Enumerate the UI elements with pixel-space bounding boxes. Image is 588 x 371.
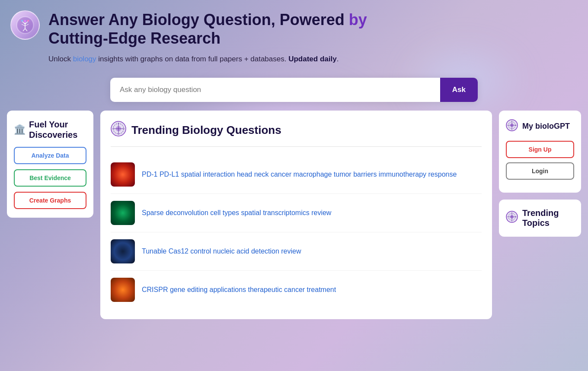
trending-topics-icon: [506, 211, 518, 225]
svg-point-9: [24, 20, 26, 22]
question-link[interactable]: CRISPR gene editing applications therape…: [142, 285, 336, 295]
question-thumbnail: [111, 201, 135, 225]
header-subtitle: Unlock biology insights with graphs on d…: [48, 54, 571, 65]
sidebar-header: 🏛️ Fuel Your Discoveries: [14, 119, 86, 140]
biology-link[interactable]: biology: [73, 55, 96, 63]
biologpt-icon: [506, 119, 518, 134]
question-thumbnail: [111, 239, 135, 263]
question-item[interactable]: Tunable Cas12 control nucleic acid detec…: [111, 232, 482, 271]
analyze-data-button[interactable]: Analyze Data: [14, 147, 86, 164]
updated-daily: Updated daily: [288, 55, 336, 63]
question-thumbnail: [111, 162, 135, 187]
question-link[interactable]: PD-1 PD-L1 spatial interaction head neck…: [142, 170, 457, 179]
center-panel: Trending Biology Questions PD-1 PD-L1 sp…: [100, 111, 492, 319]
my-biologpt-title: My bioloGPT: [522, 122, 570, 131]
header: Answer Any Biology Question, Powered byC…: [0, 0, 588, 73]
page-title: Answer Any Biology Question, Powered byC…: [48, 10, 571, 48]
signup-button[interactable]: Sign Up: [506, 141, 574, 158]
svg-point-11: [27, 20, 29, 22]
question-thumbnail: [111, 278, 135, 302]
my-biologpt-card: My bioloGPT Sign Up Login: [499, 111, 581, 193]
title-highlight: by: [349, 11, 367, 29]
sidebar-title: Fuel Your Discoveries: [29, 119, 86, 140]
create-graphs-button[interactable]: Create Graphs: [14, 192, 86, 209]
fuel-icon: 🏛️: [14, 124, 26, 135]
trending-topics-title: Trending Topics: [522, 208, 574, 228]
trending-card-header: Trending Topics: [506, 208, 574, 228]
ask-button[interactable]: Ask: [440, 78, 478, 102]
search-section: Ask: [0, 73, 588, 111]
left-sidebar: 🏛️ Fuel Your Discoveries Analyze Data Be…: [7, 111, 93, 218]
main-content: 🏛️ Fuel Your Discoveries Analyze Data Be…: [0, 111, 588, 371]
trending-panel-title: Trending Biology Questions: [131, 124, 281, 137]
best-evidence-button[interactable]: Best Evidence: [14, 169, 86, 187]
trending-biology-icon: [111, 121, 126, 140]
trending-topics-card: Trending Topics: [499, 200, 581, 237]
right-sidebar: My bioloGPT Sign Up Login: [499, 111, 581, 371]
search-input[interactable]: [110, 78, 440, 102]
search-bar: Ask: [110, 78, 478, 102]
question-item[interactable]: PD-1 PD-L1 spatial interaction head neck…: [111, 155, 482, 194]
question-item[interactable]: Sparse deconvolution cell types spatial …: [111, 194, 482, 232]
panel-header: Trending Biology Questions: [111, 121, 482, 147]
question-link[interactable]: Tunable Cas12 control nucleic acid detec…: [142, 247, 301, 256]
header-text-block: Answer Any Biology Question, Powered byC…: [48, 10, 571, 65]
question-item[interactable]: CRISPR gene editing applications therape…: [111, 271, 482, 309]
logo-icon: [10, 10, 40, 40]
questions-list: PD-1 PD-L1 spatial interaction head neck…: [111, 155, 482, 309]
question-link[interactable]: Sparse deconvolution cell types spatial …: [142, 208, 331, 218]
login-button[interactable]: Login: [506, 162, 574, 180]
biologpt-card-header: My bioloGPT: [506, 119, 574, 134]
svg-point-10: [21, 20, 23, 22]
